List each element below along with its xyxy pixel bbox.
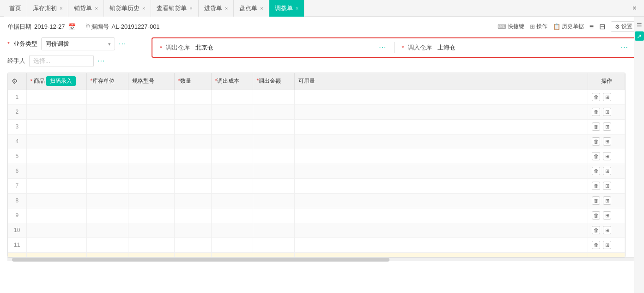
warehouse-out-more-icon[interactable]: ··· [379,43,386,52]
tab-sales-order[interactable]: 销货单 × [68,0,103,17]
tab-close-view-sales[interactable]: × [189,6,192,11]
delete-icon[interactable]: 🗑 [592,137,600,146]
delete-icon[interactable]: 🗑 [592,122,600,131]
amount-cell[interactable] [253,193,294,208]
sidebar-list-icon[interactable]: ☰ [635,20,644,30]
copy-icon[interactable]: ⊞ [603,182,611,190]
warehouse-in-more-icon[interactable]: ··· [621,43,628,52]
qty-cell[interactable] [174,238,211,252]
biz-type-more-icon[interactable]: ··· [119,40,126,48]
qty-cell[interactable] [174,193,211,208]
tab-home[interactable]: 首页 [4,0,27,17]
copy-icon[interactable]: ⊞ [603,137,611,146]
product-cell[interactable] [26,178,86,193]
unit-cell[interactable] [86,164,128,178]
cost-cell[interactable] [211,90,253,104]
sidebar-export-icon[interactable]: ↗ [635,31,644,41]
biz-type-select[interactable]: 同价调拨 ▾ [41,37,115,50]
unit-cell[interactable] [86,178,128,193]
delete-icon[interactable]: 🗑 [592,196,600,205]
product-cell[interactable] [26,223,86,238]
delete-icon[interactable]: 🗑 [592,211,600,220]
copy-icon[interactable]: ⊞ [603,167,611,175]
spec-cell[interactable] [128,164,174,178]
cost-cell[interactable] [211,104,253,119]
copy-icon[interactable]: ⊞ [603,241,611,249]
copy-icon[interactable]: ⊞ [603,211,611,220]
amount-cell[interactable] [253,164,294,178]
cost-cell[interactable] [211,178,253,193]
tab-transfer-order[interactable]: 调拨单 × [269,0,304,17]
qty-cell[interactable] [174,178,211,193]
shortcut-button[interactable]: ⌨ 快捷键 [498,23,524,31]
cost-cell[interactable] [211,208,253,223]
col-gear-header[interactable]: ⚙ [8,73,26,90]
tab-purchase-order[interactable]: 进货单 × [199,0,234,17]
table-gear-icon[interactable]: ⚙ [12,77,18,85]
layout-icon[interactable]: ≡ [589,23,594,31]
qty-cell[interactable] [174,104,211,119]
product-cell[interactable] [26,208,86,223]
unit-cell[interactable] [86,90,128,104]
unit-cell[interactable] [86,119,128,134]
amount-cell[interactable] [253,134,294,149]
spec-cell[interactable] [128,119,174,134]
qty-cell[interactable] [174,208,211,223]
delete-icon[interactable]: 🗑 [592,241,600,249]
amount-cell[interactable] [253,104,294,119]
product-cell[interactable] [26,149,86,164]
spec-cell[interactable] [128,178,174,193]
delete-icon[interactable]: 🗑 [592,226,600,234]
delete-icon[interactable]: 🗑 [592,182,600,190]
unit-cell[interactable] [86,238,128,252]
spec-cell[interactable] [128,193,174,208]
horizontal-scrollbar[interactable] [7,257,637,261]
unit-cell[interactable] [86,149,128,164]
amount-cell[interactable] [253,208,294,223]
tab-inventory-check[interactable]: 盘点单 × [234,0,269,17]
delete-icon[interactable]: 🗑 [592,108,600,116]
unit-cell[interactable] [86,104,128,119]
amount-cell[interactable] [253,119,294,134]
amount-cell[interactable] [253,178,294,193]
unit-cell[interactable] [86,134,128,149]
tab-close-inventory-init[interactable]: × [60,6,62,11]
tab-close-purchase-order[interactable]: × [225,6,228,11]
tab-close-inventory-check[interactable]: × [260,6,263,11]
copy-icon[interactable]: ⊞ [603,93,611,101]
delete-icon[interactable]: 🗑 [592,93,600,101]
cost-cell[interactable] [211,149,253,164]
tab-view-sales[interactable]: 查看销货单 × [151,0,198,17]
unit-cell[interactable] [86,223,128,238]
unit-cell[interactable] [86,193,128,208]
tab-close-sales-history[interactable]: × [142,6,145,11]
amount-cell[interactable] [253,90,294,104]
spec-cell[interactable] [128,238,174,252]
warehouse-in-value[interactable]: 上海仓 [437,43,456,52]
copy-icon[interactable]: ⊞ [603,152,611,160]
product-cell[interactable] [26,193,86,208]
spec-cell[interactable] [128,104,174,119]
tab-close-sales-order[interactable]: × [95,6,97,11]
product-cell[interactable] [26,104,86,119]
tab-inventory-init[interactable]: 库存期初 × [27,0,68,17]
cost-cell[interactable] [211,193,253,208]
delete-icon[interactable]: 🗑 [592,167,600,175]
delete-icon[interactable]: 🗑 [592,152,600,160]
copy-icon[interactable]: ⊞ [603,226,611,234]
warehouse-out-value[interactable]: 北京仓 [195,43,213,52]
spec-cell[interactable] [128,149,174,164]
product-cell[interactable] [26,164,86,178]
operations-button[interactable]: ⊞ 操作 [530,23,547,31]
product-cell[interactable] [26,119,86,134]
qty-cell[interactable] [174,164,211,178]
grid-icon[interactable]: ⊟ [599,22,605,31]
tab-close-transfer-order[interactable]: × [296,6,298,11]
copy-icon[interactable]: ⊞ [603,108,611,116]
person-select[interactable]: 选择... [29,55,94,67]
amount-cell[interactable] [253,238,294,252]
amount-cell[interactable] [253,223,294,238]
cost-cell[interactable] [211,223,253,238]
history-button[interactable]: 📋 历史单据 [553,23,584,31]
settings-button[interactable]: ⚙ 设置 [611,21,637,32]
